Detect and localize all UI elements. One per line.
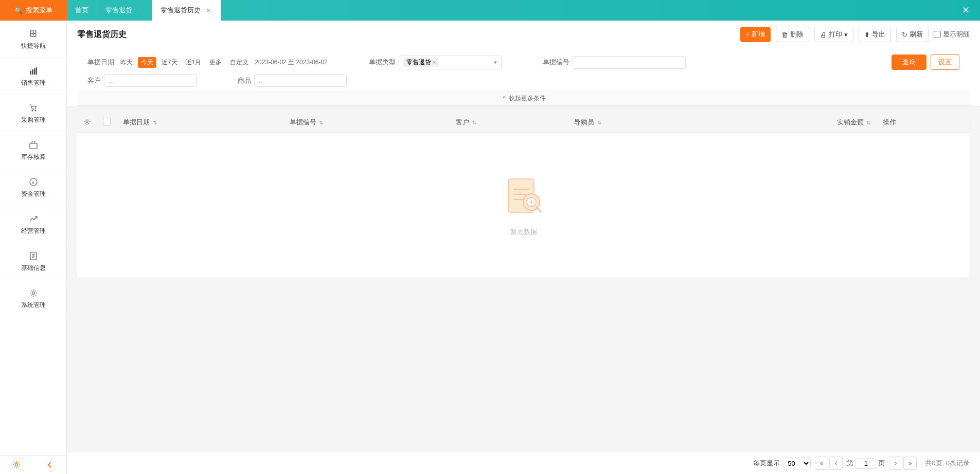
svg-point-4 [31, 110, 33, 112]
tab-home[interactable]: 首页 [67, 0, 97, 21]
filter-row-2: 客户 ... 商品 ... [87, 74, 959, 87]
search-icon: 🔍 [14, 7, 23, 14]
date-btn-1month[interactable]: 近1月 [183, 57, 205, 68]
goods-input[interactable]: ... [254, 74, 347, 87]
empty-text: 暂无数据 [510, 227, 537, 236]
select-all-checkbox[interactable] [103, 118, 111, 125]
date-btn-yesterday[interactable]: 昨天 [117, 57, 136, 68]
voucher-type-tag: 零售退货 × [403, 58, 439, 67]
sidebar-item-quick-nav[interactable]: ⊞ 快捷导航 [0, 21, 66, 58]
sidebar-item-sales-mgmt[interactable]: 销售管理 [0, 58, 66, 95]
sidebar-item-inventory[interactable]: 库存核算 [0, 132, 66, 169]
date-filter-btns: 昨天 今天 近7天 近1月 更多 自定义 [117, 57, 252, 68]
page-actions: + 新增 🗑 删除 🖨 打印 ▾ ⬆ 导出 ↻ [740, 27, 970, 42]
date-btn-more[interactable]: 更多 [206, 57, 225, 68]
th-guide-sort-icon: ⇅ [597, 120, 601, 125]
th-amount[interactable]: 实销金额 ⇅ [710, 113, 877, 133]
export-icon: ⬆ [864, 31, 870, 39]
th-guide-label: 导购员 [574, 118, 594, 126]
voucher-number-group: 单据编号 [543, 56, 686, 69]
th-date[interactable]: 单据日期 ⇅ [117, 113, 283, 133]
empty-cell: 暂无数据 [77, 133, 970, 278]
sidebar-item-inventory-label: 库存核算 [21, 153, 46, 161]
page-nav-btns: « ‹ [815, 457, 843, 470]
date-btn-today[interactable]: 今天 [138, 57, 156, 68]
show-detail-label: 显示明细 [943, 30, 970, 39]
sidebar-item-finance[interactable]: ¥ 资金管理 [0, 169, 66, 206]
page-title-bar: 零售退货历史 + 新增 🗑 删除 🖨 打印 ▾ ⬆ 导出 [77, 27, 970, 42]
svg-rect-3 [36, 67, 37, 75]
refresh-icon: ↻ [902, 31, 907, 39]
tab-retail-return-close[interactable]: × [136, 7, 144, 14]
th-action-label: 操作 [883, 118, 896, 126]
tab-retail-return-history[interactable]: 零售退货历史 × [152, 0, 221, 21]
sidebar-item-operations[interactable]: 经营管理 [0, 206, 66, 243]
collapse-more-btn[interactable]: ⌃ 收起更多条件 [77, 91, 970, 105]
sidebar: ⊞ 快捷导航 销售管理 采购管理 库存核算 ¥ 资金管理 [0, 21, 67, 474]
print-btn[interactable]: 🖨 打印 ▾ [814, 27, 853, 42]
last-page-btn[interactable]: » [903, 457, 917, 470]
window-close-btn[interactable]: ✕ [958, 3, 974, 18]
th-customer[interactable]: 客户 ⇅ [450, 113, 568, 133]
operations-icon [29, 213, 38, 224]
customer-input[interactable]: ... [104, 74, 197, 87]
voucher-type-select[interactable]: 零售退货 × ▾ [399, 56, 502, 69]
th-guide[interactable]: 导购员 ⇅ [568, 113, 710, 133]
goods-filter-group: 商品 ... [238, 74, 347, 87]
tab-retail-return[interactable]: 零售退货 × [97, 0, 152, 21]
svg-text:¥: ¥ [31, 180, 34, 185]
export-btn[interactable]: ⬆ 导出 [859, 27, 891, 42]
customer-filter-group: 客户 ... [87, 74, 197, 87]
sidebar-item-basic-info[interactable]: 基础信息 [0, 243, 66, 280]
prev-page-btn[interactable]: ‹ [829, 457, 843, 470]
sidebar-collapse-btn[interactable] [33, 455, 67, 474]
query-settings-wrap: 查询 设置 [892, 54, 959, 70]
tab-retail-return-history-close[interactable]: × [205, 7, 212, 14]
filter-row-1: 单据日期 昨天 今天 近7天 近1月 更多 自定义 2023-06-02 至 2… [87, 54, 959, 70]
voucher-number-input[interactable] [573, 56, 686, 69]
date-btn-custom[interactable]: 自定义 [227, 57, 252, 68]
th-amount-label: 实销金额 [837, 118, 864, 126]
page-number-input[interactable] [856, 458, 876, 469]
voucher-type-tag-label: 零售退货 [406, 58, 431, 67]
search-menu-btn[interactable]: 🔍 搜索菜单 [0, 0, 67, 21]
svg-line-22 [537, 207, 541, 212]
svg-point-13 [32, 292, 34, 295]
sidebar-item-finance-label: 资金管理 [21, 190, 46, 198]
show-detail-checkbox[interactable] [934, 31, 941, 38]
sidebar-item-purchase-mgmt[interactable]: 采购管理 [0, 95, 66, 132]
th-settings[interactable] [77, 113, 97, 133]
sidebar-settings-btn[interactable] [0, 455, 33, 474]
sidebar-item-system-mgmt[interactable]: 系统管理 [0, 280, 66, 317]
page-suffix: 页 [878, 459, 885, 468]
filter-area: 单据日期 昨天 今天 近7天 近1月 更多 自定义 2023-06-02 至 2… [77, 49, 970, 106]
empty-illustration [501, 174, 547, 220]
new-btn[interactable]: + 新增 [740, 27, 771, 42]
search-menu-label: 搜索菜单 [26, 6, 52, 15]
svg-rect-6 [30, 143, 37, 149]
data-table: 单据日期 ⇅ 单据编号 ⇅ 客户 ⇅ 导购员 ⇅ [77, 113, 970, 278]
voucher-type-tag-close[interactable]: × [433, 59, 436, 65]
th-checkbox[interactable] [97, 113, 117, 133]
print-chevron-icon: ▾ [844, 31, 848, 39]
settings-btn[interactable]: 设置 [931, 54, 959, 70]
page-size-select[interactable]: 50 10 20 100 [782, 458, 811, 469]
delete-btn[interactable]: 🗑 删除 [776, 27, 809, 42]
next-page-btn[interactable]: › [889, 457, 902, 470]
th-number[interactable]: 单据编号 ⇅ [283, 113, 450, 133]
svg-point-15 [86, 121, 88, 123]
voucher-type-label: 单据类型 [369, 58, 396, 67]
th-date-sort-icon: ⇅ [153, 120, 157, 125]
page-input-wrap: 第 页 [847, 458, 885, 469]
page-title: 零售退货历史 [77, 29, 127, 40]
sidebar-item-basic-info-label: 基础信息 [21, 264, 46, 272]
date-btn-7days[interactable]: 近7天 [158, 57, 181, 68]
th-amount-sort-icon: ⇅ [866, 120, 870, 125]
query-btn[interactable]: 查询 [892, 54, 926, 70]
voucher-type-arrow-icon: ▾ [494, 59, 497, 66]
sidebar-bottom [0, 455, 66, 474]
first-page-btn[interactable]: « [815, 457, 828, 470]
refresh-btn[interactable]: ↻ 刷新 [896, 27, 929, 42]
table-body: 暂无数据 [77, 133, 970, 278]
customer-label: 客户 [87, 76, 101, 85]
